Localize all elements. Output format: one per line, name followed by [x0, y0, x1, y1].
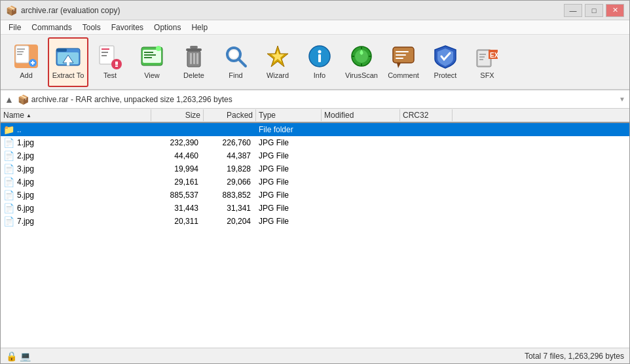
- menu-options[interactable]: Options: [149, 22, 186, 33]
- view-label: View: [144, 71, 160, 80]
- file-crc: [400, 181, 453, 183]
- file-icon: 📄: [3, 190, 14, 200]
- svg-text:EX: EX: [490, 52, 499, 59]
- menu-tools[interactable]: Tools: [77, 22, 106, 33]
- view-button[interactable]: View: [132, 37, 172, 87]
- extract-to-button[interactable]: Extract To: [48, 37, 88, 87]
- file-icon: 📄: [3, 216, 14, 227]
- file-packed: 883,852: [204, 190, 256, 200]
- find-label: Find: [229, 71, 242, 80]
- file-name: 6.jpg: [17, 204, 34, 213]
- file-modified: [322, 194, 400, 196]
- file-icon: 📄: [3, 137, 14, 148]
- col-header-packed[interactable]: Packed: [204, 109, 256, 121]
- svg-rect-24: [144, 57, 152, 58]
- file-name: 1.jpg: [17, 138, 34, 147]
- file-crc: [400, 168, 453, 170]
- svg-rect-50: [396, 58, 403, 59]
- svg-rect-52: [478, 51, 490, 65]
- add-button[interactable]: Add: [6, 37, 46, 87]
- table-row[interactable]: 📄4.jpg29,16129,066JPG File: [1, 175, 629, 189]
- col-header-crc[interactable]: CRC32: [400, 109, 453, 121]
- table-row[interactable]: 📄1.jpg232,390226,760JPG File: [1, 136, 629, 149]
- close-button[interactable]: ✕: [606, 4, 624, 17]
- table-row[interactable]: 📄3.jpg19,99419,828JPG File: [1, 162, 629, 175]
- statusbar-text: Total 7 files, 1,263,296 bytes: [525, 352, 624, 361]
- file-modified: [322, 181, 400, 183]
- table-row[interactable]: 📁..File folder: [1, 123, 629, 136]
- file-size: 885,537: [151, 190, 204, 200]
- file-size: 29,161: [151, 177, 204, 187]
- svg-rect-2: [17, 48, 25, 50]
- protect-button[interactable]: Protect: [425, 37, 466, 87]
- menu-favorites[interactable]: Favorites: [106, 22, 149, 33]
- window-controls: — □ ✕: [564, 4, 624, 17]
- rar-icon: 📦: [18, 94, 29, 105]
- file-type: JPG File: [256, 190, 322, 200]
- menu-commands[interactable]: Commands: [26, 22, 77, 33]
- file-modified: [322, 142, 400, 143]
- file-packed: 44,387: [204, 151, 256, 161]
- statusbar-icons: 🔒 💻: [6, 351, 31, 361]
- file-packed: [204, 129, 256, 130]
- file-type: JPG File: [256, 137, 322, 148]
- table-row[interactable]: 📄6.jpg31,44331,341JPG File: [1, 202, 629, 215]
- find-button[interactable]: Find: [215, 37, 256, 87]
- protect-label: Protect: [434, 71, 457, 80]
- breadcrumb-text: archive.rar - RAR archive, unpacked size…: [31, 95, 232, 104]
- delete-icon: [181, 43, 207, 69]
- svg-rect-27: [186, 48, 202, 51]
- file-icon: 📄: [3, 151, 14, 161]
- breadcrumb-dropdown[interactable]: ▼: [619, 96, 625, 103]
- file-type: File folder: [256, 124, 322, 135]
- col-header-modified[interactable]: Modified: [322, 109, 400, 121]
- table-row[interactable]: 📄2.jpg44,46044,387JPG File: [1, 149, 629, 162]
- comment-button[interactable]: Comment: [383, 37, 424, 87]
- svg-rect-28: [190, 46, 198, 48]
- test-button[interactable]: Test: [90, 37, 130, 87]
- titlebar: 📦 archive.rar (evaluation copy) — □ ✕: [1, 1, 629, 20]
- svg-rect-56: [479, 56, 485, 58]
- info-icon: [306, 43, 333, 69]
- svg-line-34: [238, 59, 246, 66]
- svg-rect-57: [479, 59, 483, 60]
- file-name: 5.jpg: [17, 191, 34, 200]
- svg-rect-30: [193, 53, 195, 64]
- file-modified: [322, 155, 400, 156]
- sort-arrow-name: ▲: [26, 113, 31, 118]
- virusscan-button[interactable]: VirusScan: [341, 37, 382, 87]
- file-icon: 📄: [3, 177, 14, 187]
- add-label: Add: [20, 71, 33, 80]
- delete-button[interactable]: Delete: [174, 37, 214, 87]
- maximize-button[interactable]: □: [585, 4, 603, 17]
- view-icon: [139, 43, 165, 69]
- svg-rect-49: [396, 54, 406, 56]
- info-button[interactable]: Info: [299, 37, 340, 87]
- menu-file[interactable]: File: [3, 22, 26, 33]
- svg-rect-3: [17, 51, 24, 52]
- nav-up-arrow[interactable]: ▲: [5, 94, 14, 105]
- file-crc: [400, 129, 453, 130]
- col-header-name[interactable]: Name ▲: [1, 109, 151, 121]
- virusscan-icon: [348, 43, 375, 69]
- svg-rect-9: [56, 48, 67, 52]
- sfx-icon: EX: [474, 43, 500, 69]
- file-crc: [400, 142, 453, 143]
- file-name: ..: [17, 125, 22, 134]
- table-row[interactable]: 📄5.jpg885,537883,852JPG File: [1, 189, 629, 202]
- sfx-button[interactable]: EX SFX: [467, 37, 508, 87]
- file-size: 232,390: [151, 137, 204, 148]
- col-header-type[interactable]: Type: [256, 109, 322, 121]
- file-list: 📁..File folder📄1.jpg232,390226,760JPG Fi…: [1, 123, 629, 348]
- col-header-size[interactable]: Size: [151, 109, 204, 121]
- svg-rect-48: [396, 51, 409, 52]
- file-packed: 226,760: [204, 137, 256, 148]
- wizard-button[interactable]: Wizard: [257, 37, 298, 87]
- minimize-button[interactable]: —: [564, 4, 582, 17]
- table-row[interactable]: 📄7.jpg20,31120,204JPG File: [1, 215, 629, 228]
- svg-rect-39: [318, 54, 321, 62]
- file-icon: 📄: [3, 203, 14, 213]
- statusbar-icon-pc: 💻: [20, 351, 31, 361]
- menu-help[interactable]: Help: [186, 22, 213, 33]
- column-headers: Name ▲ Size Packed Type Modified CRC32: [1, 109, 629, 123]
